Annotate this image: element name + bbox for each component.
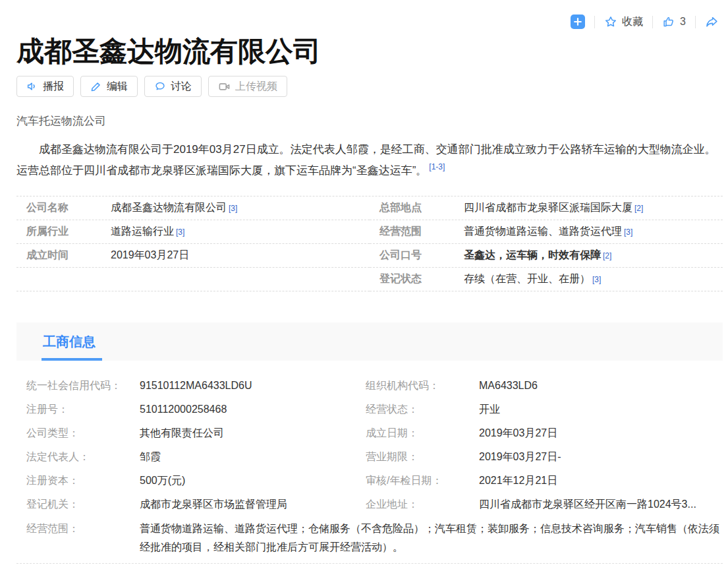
infobox-value: 成都圣鑫达物流有限公司 (111, 201, 227, 215)
intro-paragraph: 成都圣鑫达物流有限公司于2019年03月27日成立。法定代表人邹霞，是经工商、交… (16, 139, 721, 181)
biz-value: 2019年03月27日 (479, 427, 557, 440)
biz-row-legal-rep: 法定代表人： 邹霞 (16, 445, 356, 469)
biz-row-reg-number: 注册号： 510112000258468 (16, 398, 356, 421)
toolbar: 播报 编辑 讨论 上传视频 (16, 76, 723, 97)
biz-value: 91510112MA6433LD6U (140, 380, 252, 392)
biz-value: 邹霞 (140, 450, 161, 464)
biz-row-inspection-date: 审核/年检日期： 2021年12月21日 (356, 469, 723, 493)
biz-value: 500万(元) (140, 474, 185, 488)
infobox-row-founded-date: 成立时间 2019年03月27日 (16, 244, 370, 268)
biz-row-registered-capital: 注册资本： 500万(元) (16, 469, 356, 493)
infobox-label: 总部地点 (379, 201, 464, 215)
infobox-row-industry: 所属行业 道路运输行业 [3] (16, 220, 370, 244)
share-button[interactable] (705, 15, 719, 29)
biz-label: 企业地址： (366, 498, 479, 512)
biz-row-registration-authority: 登记机关： 成都市龙泉驿区市场监督管理局 (16, 493, 356, 516)
biz-value: 510112000258468 (140, 404, 227, 415)
collect-label: 收藏 (622, 15, 643, 29)
tab-active-underline (42, 358, 102, 361)
pen-icon (90, 80, 102, 92)
infobox-row-slogan: 公司口号 圣鑫达，运车辆，时效有保障 [2] (370, 244, 723, 268)
infobox-row-registration-status: 登记状态 存续（在营、开业、在册） [3] (370, 268, 723, 291)
biz-row-founded-date: 成立日期： 2019年03月27日 (356, 421, 723, 445)
biz-label: 公司类型： (26, 427, 140, 440)
infobox-label: 成立时间 (26, 249, 111, 262)
video-camera-icon (218, 80, 231, 93)
biz-label: 经营状态： (366, 403, 479, 417)
biz-label: 审核/年检日期： (366, 474, 479, 488)
business-info-grid: 统一社会信用代码： 91510112MA6433LD6U 组织机构代码： MA6… (16, 374, 723, 516)
biz-label: 注册号： (26, 403, 140, 417)
edit-button[interactable]: 编辑 (80, 76, 138, 97)
star-icon (604, 15, 617, 28)
action-divider (652, 16, 653, 28)
biz-label: 注册资本： (26, 474, 140, 488)
biz-label: 统一社会信用代码： (26, 379, 140, 393)
like-button[interactable]: 3 (662, 15, 686, 28)
biz-value: MA6433LD6 (479, 380, 538, 392)
share-icon (705, 15, 719, 29)
chat-icon (154, 80, 166, 92)
infobox-row-business-scope: 经营范围 普通货物道路运输、道路货运代理 [3] (370, 220, 723, 244)
like-count: 3 (680, 16, 686, 28)
infobox-row-headquarters: 总部地点 四川省成都市龙泉驿区派瑞国际大厦 [2] (370, 196, 723, 220)
discuss-label: 讨论 (171, 80, 192, 94)
infobox-value: 2019年03月27日 (111, 249, 189, 262)
infobox-value: 四川省成都市龙泉驿区派瑞国际大厦 (464, 201, 632, 215)
page-content: 收藏 3 成都圣鑫达物流有限公司 播报 编辑 (0, 0, 728, 564)
infobox-value: 存续（在营、开业、在册） (464, 272, 590, 286)
action-divider (594, 16, 595, 28)
upload-video-label: 上传视频 (235, 80, 277, 94)
biz-value: 普通货物道路运输、道路货运代理；仓储服务（不含危险品）；汽车租赁；装卸服务；信息… (140, 520, 723, 557)
biz-label: 法定代表人： (26, 450, 140, 464)
section-tab-strip: 工商信息 (16, 322, 723, 361)
biz-row-business-term: 营业期限： 2019年03月27日- (356, 445, 723, 469)
broadcast-label: 播报 (43, 80, 64, 94)
biz-label: 经营范围： (26, 520, 140, 557)
infobox-row-empty (16, 268, 370, 291)
biz-row-company-address: 企业地址： 四川省成都市龙泉驿区经开区南一路1024号3... (356, 493, 723, 516)
biz-label: 组织机构代码： (366, 379, 479, 393)
collect-button[interactable]: 收藏 (604, 15, 643, 29)
biz-row-org-code: 组织机构代码： MA6433LD6 (356, 374, 723, 398)
infobox-value: 普通货物道路运输、道路货运代理 (464, 225, 622, 239)
add-button[interactable] (571, 15, 585, 29)
biz-value: 2021年12月21日 (479, 474, 557, 488)
biz-row-operating-status: 经营状态： 开业 (356, 398, 723, 421)
business-info-section: 统一社会信用代码： 91510112MA6433LD6U 组织机构代码： MA6… (16, 361, 723, 564)
biz-label: 登记机关： (26, 498, 140, 512)
infobox-label: 所属行业 (26, 225, 111, 239)
biz-value: 四川省成都市龙泉驿区经开区南一路1024号3... (479, 498, 696, 512)
reference-link[interactable]: [1-3] (429, 162, 445, 171)
plus-icon (574, 18, 582, 26)
biz-row-business-scope: 经营范围： 普通货物道路运输、道路货运代理；仓储服务（不含危险品）；汽车租赁；装… (16, 520, 723, 557)
page-subtitle: 汽车托运物流公司 (16, 113, 723, 129)
company-infobox: 公司名称 成都圣鑫达物流有限公司 [3] 总部地点 四川省成都市龙泉驿区派瑞国际… (16, 196, 723, 291)
infobox-label: 公司口号 (379, 249, 464, 262)
discuss-button[interactable]: 讨论 (144, 76, 202, 97)
page-title: 成都圣鑫达物流有限公司 (16, 36, 723, 67)
tab-label: 工商信息 (43, 333, 96, 351)
intro-text: 成都圣鑫达物流有限公司于2019年03月27日成立。法定代表人邹霞，是经工商、交… (16, 143, 716, 177)
biz-value: 其他有限责任公司 (140, 427, 224, 440)
biz-value: 开业 (479, 403, 500, 417)
infobox-row-company-name: 公司名称 成都圣鑫达物流有限公司 [3] (16, 196, 370, 220)
speaker-icon (26, 80, 38, 92)
broadcast-button[interactable]: 播报 (16, 76, 74, 97)
biz-label: 营业期限： (366, 450, 479, 464)
infobox-label: 公司名称 (26, 201, 111, 215)
biz-label: 成立日期： (366, 427, 479, 440)
tab-business-info[interactable]: 工商信息 (43, 322, 96, 361)
biz-value: 成都市龙泉驿区市场监督管理局 (140, 498, 287, 512)
infobox-label: 登记状态 (379, 272, 464, 286)
biz-row-company-type: 公司类型： 其他有限责任公司 (16, 421, 356, 445)
infobox-value: 圣鑫达，运车辆，时效有保障 (464, 249, 601, 262)
infobox-value: 道路运输行业 (111, 225, 174, 239)
action-bar: 收藏 3 (16, 0, 723, 30)
edit-label: 编辑 (107, 80, 128, 94)
action-divider (695, 16, 696, 28)
upload-video-button[interactable]: 上传视频 (208, 76, 287, 97)
infobox-label: 经营范围 (379, 225, 464, 239)
biz-value: 2019年03月27日- (479, 450, 561, 464)
biz-row-credit-code: 统一社会信用代码： 91510112MA6433LD6U (16, 374, 356, 398)
